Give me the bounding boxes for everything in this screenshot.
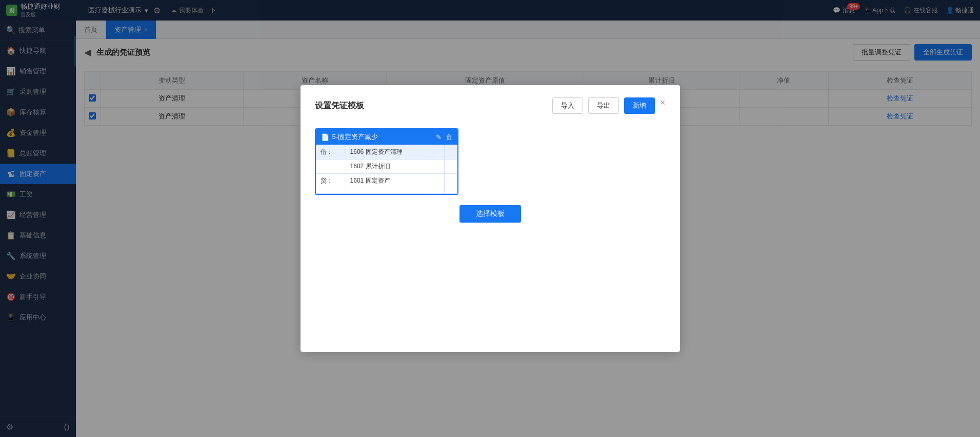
- modal-overlay: 设置凭证模板 导入 导出 新增 × 📄 5-固定资产减少: [0, 0, 980, 437]
- modal-close-button[interactable]: ×: [660, 97, 666, 114]
- template-doc-icon: 📄: [321, 133, 329, 141]
- template-table-row: 贷： 1601 固定资产: [316, 174, 457, 188]
- template-card-name: 5-固定资产减少: [332, 132, 378, 142]
- select-template-btn-wrap: 选择模板: [315, 205, 666, 223]
- template-credit-4: [445, 188, 457, 194]
- template-card-actions: ✎ 🗑: [436, 133, 452, 141]
- modal-toolbar: 导入 导出 新增 ×: [552, 97, 666, 114]
- template-card-header: 📄 5-固定资产减少 ✎ 🗑: [316, 129, 457, 145]
- template-code-3: 1601 固定资产: [346, 174, 432, 188]
- template-table-row: 1602 累计折旧: [316, 160, 457, 174]
- edit-template-icon[interactable]: ✎: [436, 133, 442, 141]
- modal-dialog: 设置凭证模板 导入 导出 新增 × 📄 5-固定资产减少: [301, 85, 680, 352]
- template-direction-4: [316, 188, 346, 194]
- template-credit-2: [445, 160, 457, 174]
- template-table-row: 借： 1606 固定资产清理: [316, 145, 457, 160]
- template-code-1: 1606 固定资产清理: [346, 145, 432, 160]
- template-credit-3: [445, 174, 457, 188]
- template-direction-3: 贷：: [316, 174, 346, 188]
- new-button[interactable]: 新增: [624, 97, 655, 114]
- export-button[interactable]: 导出: [588, 97, 619, 114]
- modal-header: 设置凭证模板 导入 导出 新增 ×: [315, 97, 666, 114]
- template-card: 📄 5-固定资产减少 ✎ 🗑 借： 1606 固定资产清理: [315, 128, 458, 195]
- template-debit-3: [432, 174, 445, 188]
- template-id: 5: [332, 133, 336, 141]
- template-debit-4: [432, 188, 445, 194]
- modal-title: 设置凭证模板: [315, 101, 364, 111]
- template-direction-1: 借：: [316, 145, 346, 160]
- template-debit-1: [432, 145, 445, 160]
- template-table-row: [316, 188, 457, 194]
- template-table: 借： 1606 固定资产清理 1602 累计折旧 贷： 1601 固定资产: [316, 145, 457, 194]
- template-name: 固定资产减少: [338, 133, 378, 141]
- select-template-button[interactable]: 选择模板: [459, 205, 521, 223]
- template-direction-2: [316, 160, 346, 174]
- template-credit-1: [445, 145, 457, 160]
- delete-template-icon[interactable]: 🗑: [446, 133, 452, 141]
- import-button[interactable]: 导入: [552, 97, 583, 114]
- template-code-2: 1602 累计折旧: [346, 160, 432, 174]
- template-card-title-area: 📄 5-固定资产减少: [321, 132, 378, 142]
- template-debit-2: [432, 160, 445, 174]
- template-grid: 📄 5-固定资产减少 ✎ 🗑 借： 1606 固定资产清理: [315, 128, 666, 195]
- template-code-4: [346, 188, 432, 194]
